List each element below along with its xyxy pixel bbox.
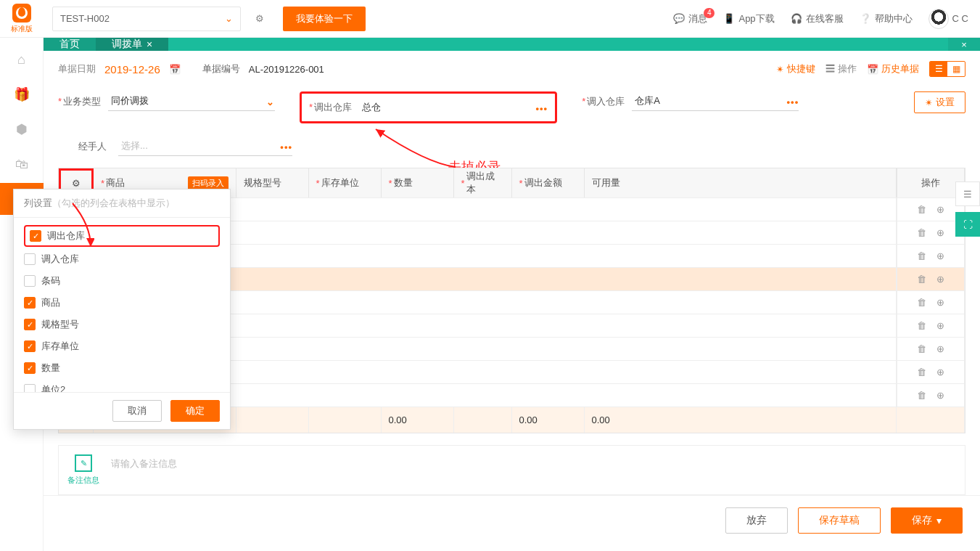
view-toggle[interactable]: ☰ ▦	[929, 61, 965, 77]
column-option[interactable]: ✓调出仓库	[24, 225, 220, 247]
add-row-icon[interactable]: ⊕	[936, 297, 944, 308]
rail-home-icon[interactable]: ⌂	[0, 44, 44, 75]
delete-icon[interactable]: 🗑	[917, 274, 926, 285]
grid-view-icon: ▦	[947, 62, 965, 76]
column-option[interactable]: ✓数量	[24, 357, 220, 379]
checkbox-icon: ✓	[30, 230, 41, 242]
logo-icon	[12, 4, 31, 23]
column-list[interactable]: ✓调出仓库调入仓库条码✓商品✓规格型号✓库存单位✓数量单位2	[14, 218, 230, 392]
customer-service-link[interactable]: 🎧 在线客服	[791, 12, 844, 25]
expand-fly-icon[interactable]: ⛶	[955, 212, 980, 237]
column-option[interactable]: ✓商品	[24, 292, 220, 314]
chevron-down-icon: ⌄	[266, 97, 275, 107]
delete-icon[interactable]: 🗑	[917, 367, 926, 377]
chevron-down-icon: ▾	[936, 515, 942, 526]
help-icon: ❔	[860, 13, 871, 24]
field-business-type[interactable]: *业务类型 同价调拨⌄	[58, 91, 275, 111]
column-option[interactable]: ✓库存单位	[24, 335, 220, 357]
user-menu[interactable]: C C	[928, 9, 968, 29]
col-amount: *调出金额	[512, 168, 585, 197]
handler-row: 经手人 选择...•••	[44, 136, 980, 168]
handler-input[interactable]: 选择...•••	[118, 136, 292, 156]
delete-icon[interactable]: 🗑	[917, 390, 926, 401]
shortcuts-link[interactable]: ✴ 快捷键	[776, 62, 815, 75]
add-row-icon[interactable]: ⊕	[936, 367, 944, 377]
experience-button[interactable]: 我要体验一下	[283, 7, 366, 31]
save-draft-button[interactable]: 保存草稿	[798, 507, 881, 534]
delete-icon[interactable]: 🗑	[917, 297, 926, 308]
out-warehouse-value: 总仓•••	[359, 98, 548, 117]
column-option[interactable]: ✓规格型号	[24, 314, 220, 335]
scan-entry-button[interactable]: 扫码录入	[188, 176, 228, 190]
delete-icon[interactable]: 🗑	[917, 320, 926, 331]
more-icon[interactable]: •••	[280, 142, 292, 152]
column-option[interactable]: 单位2	[24, 379, 220, 392]
delete-icon[interactable]: 🗑	[917, 227, 926, 238]
list-view-icon: ☰	[930, 62, 947, 76]
checkbox-icon	[24, 384, 36, 392]
history-link[interactable]: 📅 历史单据	[867, 62, 919, 75]
add-row-icon[interactable]: ⊕	[936, 250, 944, 261]
close-icon[interactable]: ×	[147, 38, 152, 50]
checkbox-icon: ✓	[24, 362, 36, 374]
delete-icon[interactable]: 🗑	[917, 343, 926, 354]
checkbox-icon	[24, 275, 36, 287]
foot-qty: 0.00	[382, 407, 454, 433]
column-option[interactable]: 调入仓库	[24, 248, 220, 270]
add-row-icon[interactable]: ⊕	[936, 320, 944, 331]
field-in-warehouse[interactable]: *调入仓库 仓库A•••	[582, 91, 799, 111]
form-row: *业务类型 同价调拨⌄ *调出仓库 总仓••• *调入仓库 仓库A••• ✴ 设…	[44, 83, 980, 136]
add-row-icon[interactable]: ⊕	[936, 390, 944, 401]
logo-text: 标准版	[0, 24, 44, 34]
top-right: 💬 消息 4 📱 App下载 🎧 在线客服 ❔ 帮助中心 C C	[673, 9, 968, 29]
foot-avail: 0.00	[585, 407, 897, 433]
checkbox-icon: ✓	[24, 297, 36, 309]
right-fly-panel: ☰ ⛶	[955, 181, 980, 237]
date-value[interactable]: 2019-12-26	[104, 63, 160, 75]
org-selector[interactable]: TEST-H002 ⌄	[52, 7, 241, 31]
calendar-icon[interactable]: 📅	[169, 64, 181, 75]
delete-icon[interactable]: 🗑	[917, 204, 926, 215]
add-row-icon[interactable]: ⊕	[936, 204, 944, 215]
add-row-icon[interactable]: ⊕	[936, 274, 944, 285]
app-download-link[interactable]: 📱 App下载	[723, 12, 774, 25]
column-settings-popover: 列设置（勾选的列会在表格中显示） ✓调出仓库调入仓库条码✓商品✓规格型号✓库存单…	[13, 189, 231, 430]
col-cost: *调出成本	[454, 168, 512, 197]
tab-transfer[interactable]: 调拨单 ×	[96, 38, 168, 51]
user-name: C C	[952, 13, 968, 24]
help-link[interactable]: ❔ 帮助中心	[860, 12, 913, 25]
handler-label: 经手人	[78, 140, 107, 153]
field-out-warehouse[interactable]: *调出仓库 总仓•••	[300, 91, 557, 123]
confirm-button[interactable]: 确定	[170, 400, 220, 422]
action-footer: 放弃 保存草稿 保存 ▾	[44, 495, 980, 545]
tab-home[interactable]: 首页	[44, 38, 96, 51]
col-unit: *库存单位	[309, 168, 382, 197]
remark-input[interactable]: 请输入备注信息	[111, 454, 956, 473]
chevron-down-icon: ⌄	[225, 13, 233, 24]
rail-gift-icon[interactable]: 🎁	[0, 78, 44, 110]
remark-section: ✎ 备注信息 请输入备注信息	[58, 445, 965, 495]
logo[interactable]: 标准版	[0, 4, 44, 34]
delete-icon[interactable]: 🗑	[917, 250, 926, 261]
add-row-icon[interactable]: ⊕	[936, 343, 944, 354]
discard-button[interactable]: 放弃	[725, 507, 788, 534]
close-all-tabs[interactable]: ×	[948, 38, 980, 51]
messages-link[interactable]: 💬 消息 4	[673, 12, 707, 25]
rail-price-icon[interactable]: ⬢	[0, 113, 44, 145]
col-spec: 规格型号	[236, 168, 309, 197]
notes-fly-icon[interactable]: ☰	[955, 181, 980, 206]
cancel-button[interactable]: 取消	[112, 400, 162, 422]
column-option[interactable]: 条码	[24, 270, 220, 292]
ops-link[interactable]: ☰ 操作	[825, 62, 857, 75]
rail-bag-icon[interactable]: 🛍	[0, 148, 44, 180]
save-button[interactable]: 保存 ▾	[891, 507, 963, 534]
message-icon: 💬	[673, 13, 685, 24]
settings-icon[interactable]: ⚙	[250, 9, 270, 29]
add-row-icon[interactable]: ⊕	[936, 227, 944, 238]
settings-button[interactable]: ✴ 设置	[914, 91, 965, 113]
checkbox-icon	[24, 253, 36, 265]
more-icon[interactable]: •••	[535, 103, 548, 114]
doc-header: 单据日期 2019-12-26 📅 单据编号 AL-20191226-001 ✴…	[44, 51, 980, 83]
more-icon[interactable]: •••	[787, 97, 799, 107]
remark-icon: ✎ 备注信息	[67, 454, 99, 486]
